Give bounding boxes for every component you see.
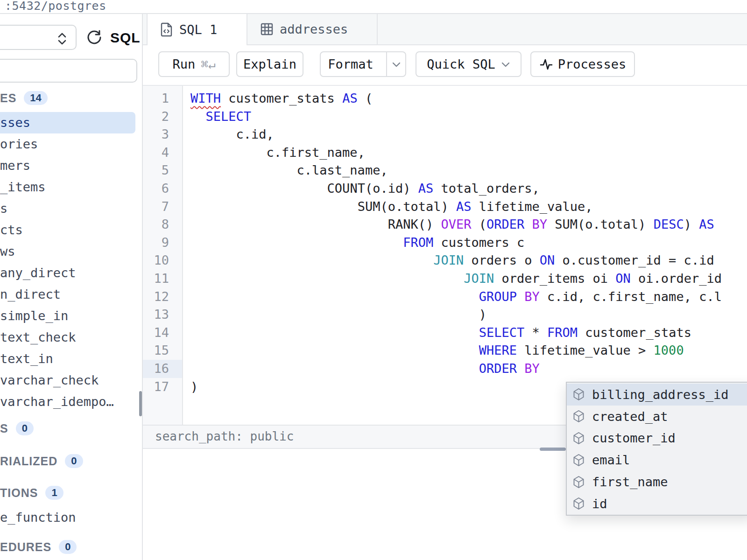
column-cube-icon [572,497,585,510]
code-line[interactable]: 11 JOIN order_items oi ON oi.order_id [143,270,747,288]
code-line[interactable]: 10 JOIN orders o ON o.customer_id = c.id [143,252,747,270]
sidebar-table-item[interactable]: varchar_idempo… [0,391,143,413]
line-number: 9 [143,234,182,252]
autocomplete-item[interactable]: email [567,449,747,471]
run-button[interactable]: Run ⌘↵ [158,51,230,77]
sidebar-function-item[interactable]: e_function [0,507,143,528]
sidebar-table-item[interactable]: simple_in [0,305,143,327]
views-section-header[interactable]: S 0 [0,422,143,435]
line-number: 1 [143,90,182,108]
run-shortcut: ⌘↵ [201,57,215,71]
sidebar-table-item[interactable]: s [0,198,143,219]
tables-section-header[interactable]: ES 14 [0,91,143,105]
window-titlebar: :5432/postgres [0,0,747,14]
sidebar-table-item[interactable]: sses [0,112,135,133]
line-number: 12 [143,288,182,306]
line-code: ) [182,378,198,396]
autocomplete-item[interactable]: created_at [567,406,747,427]
code-line[interactable]: 14 SELECT * FROM customer_stats [143,324,747,342]
sidebar-table-item[interactable]: cts [0,219,143,241]
autocomplete-item[interactable]: id [567,493,747,515]
code-line[interactable]: 16 ORDER BY [143,360,747,378]
sidebar-table-item[interactable]: mers [0,155,143,176]
line-code: RANK() OVER (ORDER BY SUM(o.total) DESC)… [182,216,714,234]
procedures-section-header[interactable]: EDURES 0 [0,540,143,553]
format-button[interactable]: Format [320,51,406,77]
explain-button[interactable]: Explain [236,51,303,77]
tab-label: addresses [280,22,348,36]
horizontal-scrollbar-thumb[interactable] [540,448,566,451]
code-line[interactable]: 5 c.last_name, [143,161,747,180]
code-line[interactable]: 12 GROUP BY c.id, c.first_name, c.l [143,288,747,306]
sql-editor[interactable]: 1WITH customer_stats AS (2 SELECT3 c.id,… [143,85,747,425]
line-number: 15 [143,342,182,360]
autocomplete-item[interactable]: billing_address_id [567,384,747,406]
column-cube-icon [572,388,585,401]
sidebar-table-item[interactable]: ws [0,241,143,262]
code-line[interactable]: 1WITH customer_stats AS ( [143,90,747,108]
line-code: JOIN orders o ON o.customer_id = c.id [182,252,714,270]
line-number: 6 [143,180,182,198]
code-line[interactable]: 6 COUNT(o.id) AS total_orders, [143,180,747,198]
sidebar: SQL ES 14 ssesoriesmers_itemssctswsany_d… [0,14,143,560]
tables-list: ssesoriesmers_itemssctswsany_directn_dir… [0,112,143,413]
quick-sql-button[interactable]: Quick SQL [416,51,521,77]
sidebar-table-item[interactable]: text_check [0,327,143,348]
code-line[interactable]: 9 FROM customers c [143,234,747,252]
tab-addresses[interactable]: addresses [247,14,378,44]
sidebar-table-item[interactable]: text_in [0,348,143,370]
sidebar-table-item[interactable]: ories [0,133,143,155]
sidebar-table-item[interactable]: any_direct [0,262,143,284]
line-code: WITH customer_stats AS ( [182,90,373,108]
code-line[interactable]: 4 c.first_name, [143,144,747,162]
views-count-badge: 0 [16,421,34,435]
code-line[interactable]: 7 SUM(o.total) AS lifetime_value, [143,198,747,216]
line-number: 14 [143,324,182,342]
autocomplete-item[interactable]: first_name [567,471,747,493]
line-code: ) [182,306,486,324]
processes-button[interactable]: Processes [530,51,635,77]
sidebar-table-item[interactable]: varchar_check [0,370,143,391]
code-line[interactable]: 15 WHERE lifetime_value > 1000 [143,342,747,360]
code-line[interactable]: 3 c.id, [143,126,747,144]
materialized-count-badge: 0 [65,454,83,468]
column-cube-icon [572,432,585,445]
database-switcher[interactable] [0,25,77,50]
refresh-button[interactable] [85,29,103,47]
line-number: 10 [143,252,182,270]
autocomplete-item-label: first_name [592,475,668,489]
line-code: COUNT(o.id) AS total_orders, [182,180,540,198]
chevron-down-icon [392,62,401,67]
autocomplete-item-label: billing_address_id [592,387,729,402]
line-code: JOIN order_items oi ON oi.order_id [182,270,722,288]
functions-section-header[interactable]: TIONS 1 [0,486,143,499]
line-number: 8 [143,216,182,234]
tables-count-badge: 14 [24,91,47,105]
tab-sql-1[interactable]: SQL 1 [147,14,247,45]
autocomplete-item-label: customer_id [592,431,676,445]
pulse-icon [539,57,553,71]
materialized-section-header[interactable]: RIALIZED 0 [0,455,143,468]
line-code: FROM customers c [182,234,524,252]
line-number: 17 [143,378,182,396]
line-code: SELECT [182,108,251,126]
code-line[interactable]: 8 RANK() OVER (ORDER BY SUM(o.total) DES… [143,216,747,234]
connection-string: :5432/postgres [5,0,106,13]
sidebar-table-item[interactable]: n_direct [0,284,143,305]
code-line[interactable]: 2 SELECT [143,108,747,126]
line-number: 3 [143,126,182,144]
autocomplete-item-label: id [592,497,607,511]
autocomplete-item[interactable]: customer_id [567,427,747,449]
sidebar-search-input[interactable] [0,59,137,83]
autocomplete-popup: billing_address_id created_at customer_i… [566,382,747,516]
sidebar-table-item[interactable]: _items [0,176,143,198]
line-code: c.first_name, [182,144,365,162]
line-code: WHERE lifetime_value > 1000 [182,342,684,360]
procedures-count-badge: 0 [59,540,77,554]
column-cube-icon [572,476,585,489]
format-dropdown-toggle[interactable] [386,52,405,76]
code-line[interactable]: 13 ) [143,306,747,324]
tab-bar: SQL 1 addresses [143,14,747,45]
line-code: c.id, [182,126,274,144]
line-number: 16 [143,360,182,378]
